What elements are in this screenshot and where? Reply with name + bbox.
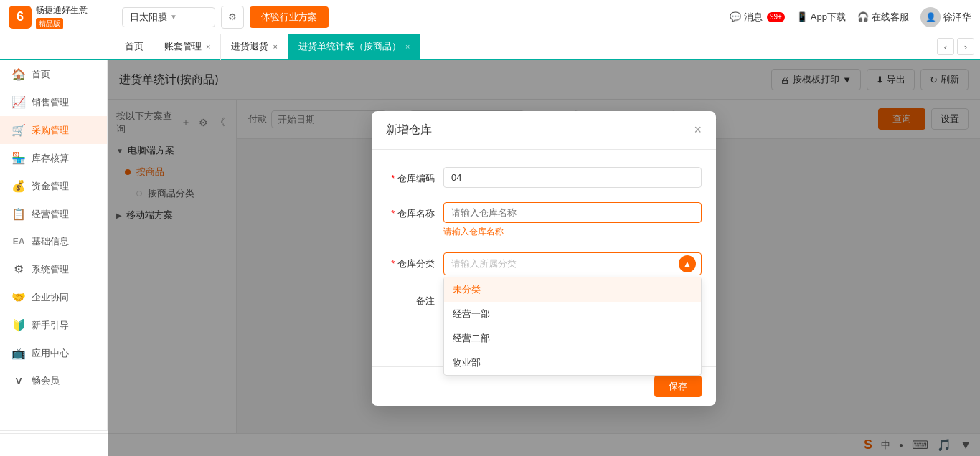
tab-purchase-return-close[interactable]: × bbox=[273, 42, 277, 51]
newbie-icon: 🔰 bbox=[11, 318, 26, 332]
dropdown-item-2[interactable]: 经营二部 bbox=[444, 326, 701, 351]
gear-button[interactable]: ⚙ bbox=[221, 6, 244, 29]
user-avatar: 👤 bbox=[920, 7, 941, 27]
dropdown-item-0[interactable]: 未分类 bbox=[444, 277, 701, 302]
form-row-name: 仓库名称 请输入仓库名称 bbox=[386, 202, 702, 238]
topbar-user[interactable]: 👤 徐泽华 bbox=[920, 7, 971, 27]
tab-prev-btn[interactable]: ‹ bbox=[937, 38, 954, 55]
tab-home[interactable]: 首页 bbox=[115, 34, 154, 60]
tab-next-btn[interactable]: › bbox=[957, 38, 974, 55]
store-name: 日太阳膜 bbox=[130, 11, 167, 24]
sidebar-operation-label: 经营管理 bbox=[32, 208, 69, 221]
add-warehouse-dialog: 新增仓库 × 仓库编码 bbox=[372, 111, 716, 406]
enterprise-icon: 🤝 bbox=[11, 290, 26, 304]
system-icon: ⚙ bbox=[11, 262, 26, 276]
sidebar-item-finance[interactable]: 💰 资金管理 bbox=[0, 172, 107, 200]
dialog-title: 新增仓库 bbox=[386, 123, 432, 138]
sidebar-item-newbie[interactable]: 🔰 新手引导 bbox=[0, 311, 107, 339]
form-row-code: 仓库编码 bbox=[386, 167, 702, 188]
tabbar: 首页 账套管理 × 进货退货 × 进货单统计表（按商品） × ‹ › bbox=[0, 34, 980, 60]
sidebar-item-enterprise[interactable]: 🤝 企业协同 bbox=[0, 283, 107, 311]
tab-purchase-stat-label: 进货单统计表（按商品） bbox=[298, 40, 401, 53]
sidebar-newbie-label: 新手引导 bbox=[32, 319, 69, 332]
sidebar-basic-label: 基础信息 bbox=[32, 235, 69, 248]
warehouse-name-label: 仓库名称 bbox=[386, 202, 443, 220]
topbar-message[interactable]: 💬 消息 99+ bbox=[730, 11, 785, 24]
appcenter-icon: 📺 bbox=[11, 346, 26, 360]
basic-icon: EA bbox=[11, 237, 26, 247]
topbar-right: 💬 消息 99+ 📱 App下载 🎧 在线客服 👤 徐泽华 bbox=[730, 7, 971, 27]
sidebar-item-appcenter[interactable]: 📺 应用中心 bbox=[0, 339, 107, 367]
trial-button[interactable]: 体验行业方案 bbox=[250, 6, 329, 28]
sidebar-item-system[interactable]: ⚙ 系统管理 bbox=[0, 255, 107, 283]
tab-purchase-stat-close[interactable]: × bbox=[405, 42, 410, 51]
sidebar-item-purchase[interactable]: 🛒 采购管理 bbox=[0, 116, 107, 144]
tab-actions: ‹ › bbox=[937, 38, 980, 55]
tab-purchase-return-label: 进货退货 bbox=[231, 40, 268, 53]
warehouse-cat-label: 仓库分类 bbox=[386, 252, 443, 270]
save-button[interactable]: 保存 bbox=[654, 376, 702, 397]
sales-icon: 📈 bbox=[11, 95, 26, 109]
vip-icon: V bbox=[11, 376, 26, 386]
sidebar-enterprise-label: 企业协同 bbox=[32, 291, 69, 304]
sidebar-vip-label: 畅会员 bbox=[32, 374, 60, 387]
tab-accounts-label: 账套管理 bbox=[164, 40, 202, 53]
sidebar-item-inventory[interactable]: 🏪 库存核算 bbox=[0, 144, 107, 172]
topbar: 6 畅捷通好生意 精品版 日太阳膜 ▼ ⚙ 体验行业方案 💬 消息 99+ 📱 … bbox=[0, 0, 980, 34]
operation-icon: 📋 bbox=[11, 207, 26, 221]
warehouse-name-input[interactable] bbox=[443, 202, 702, 223]
sidebar-home-label: 首页 bbox=[32, 68, 50, 81]
sidebar-purchase-label: 采购管理 bbox=[32, 124, 69, 137]
logo-badge: 精品版 bbox=[36, 16, 88, 29]
topbar-app-download[interactable]: 📱 App下载 bbox=[796, 11, 846, 24]
sidebar-system-label: 系统管理 bbox=[32, 263, 69, 276]
warehouse-code-input[interactable] bbox=[443, 167, 702, 188]
dialog-close-btn[interactable]: × bbox=[694, 123, 702, 136]
home-icon: 🏠 bbox=[11, 67, 26, 81]
warehouse-cat-wrap: 请输入所属分类 ▲ 未分类 经营一部 经营二部 物业部 bbox=[443, 252, 702, 275]
tab-accounts[interactable]: 账套管理 × bbox=[154, 34, 221, 60]
tab-home-label: 首页 bbox=[125, 40, 143, 53]
sidebar-sales-label: 销售管理 bbox=[32, 96, 69, 109]
store-selector[interactable]: 日太阳膜 ▼ bbox=[122, 7, 215, 27]
logo-title: 畅捷通好生意 bbox=[36, 4, 88, 16]
sidebar-appcenter-label: 应用中心 bbox=[32, 347, 69, 360]
category-dropdown: 未分类 经营一部 经营二部 物业部 bbox=[443, 277, 702, 376]
main-layout: 🏠 首页 📈 销售管理 🛒 采购管理 🏪 库存核算 💰 资金管理 📋 经营管理 … bbox=[0, 60, 980, 456]
warehouse-cat-select[interactable]: 请输入所属分类 bbox=[443, 252, 702, 275]
sidebar-item-vip[interactable]: V 畅会员 bbox=[0, 367, 107, 394]
tab-purchase-return[interactable]: 进货退货 × bbox=[221, 34, 288, 60]
dropdown-item-3[interactable]: 物业部 bbox=[444, 351, 701, 375]
message-badge: 99+ bbox=[767, 12, 785, 22]
dropdown-item-1[interactable]: 经营一部 bbox=[444, 302, 701, 326]
tab-accounts-close[interactable]: × bbox=[206, 42, 210, 51]
form-row-category: 仓库分类 请输入所属分类 ▲ 未分类 经营一部 经营二部 bbox=[386, 252, 702, 275]
sidebar-finance-label: 资金管理 bbox=[32, 180, 69, 193]
modal-overlay: 新增仓库 × 仓库编码 bbox=[108, 60, 980, 456]
sidebar-inventory-label: 库存核算 bbox=[32, 152, 69, 165]
sidebar-item-basic[interactable]: EA 基础信息 bbox=[0, 228, 107, 255]
purchase-icon: 🛒 bbox=[11, 123, 26, 137]
select-arrow-icon[interactable]: ▲ bbox=[679, 255, 696, 272]
service-icon: 🎧 bbox=[857, 11, 869, 22]
inventory-icon: 🏪 bbox=[11, 151, 26, 165]
warehouse-name-wrap: 请输入仓库名称 bbox=[443, 202, 702, 238]
tab-purchase-stat[interactable]: 进货单统计表（按商品） × bbox=[288, 34, 420, 60]
store-dropdown-arrow: ▼ bbox=[170, 13, 177, 21]
dialog-body: 仓库编码 仓库名称 请输入仓库名称 bbox=[372, 150, 716, 366]
warehouse-code-label: 仓库编码 bbox=[386, 167, 443, 185]
warehouse-code-wrap bbox=[443, 167, 702, 188]
dialog-header: 新增仓库 × bbox=[372, 111, 716, 150]
sidebar-item-home[interactable]: 🏠 首页 bbox=[0, 60, 107, 88]
warehouse-name-error: 请输入仓库名称 bbox=[443, 226, 702, 238]
app-download-icon: 📱 bbox=[796, 11, 808, 22]
content-area: 进货单统计(按商品) 🖨 按模板打印 ▼ ⬇ 导出 ↻ 刷新 bbox=[108, 60, 980, 456]
sidebar-item-sales[interactable]: 📈 销售管理 bbox=[0, 88, 107, 116]
warehouse-cat-placeholder: 请输入所属分类 bbox=[451, 257, 517, 270]
logo-area: 6 畅捷通好生意 精品版 bbox=[9, 4, 116, 29]
topbar-service[interactable]: 🎧 在线客服 bbox=[857, 11, 909, 24]
message-icon: 💬 bbox=[730, 11, 741, 22]
sidebar-item-operation[interactable]: 📋 经营管理 bbox=[0, 200, 107, 228]
sidebar: 🏠 首页 📈 销售管理 🛒 采购管理 🏪 库存核算 💰 资金管理 📋 经营管理 … bbox=[0, 60, 108, 456]
finance-icon: 💰 bbox=[11, 179, 26, 193]
